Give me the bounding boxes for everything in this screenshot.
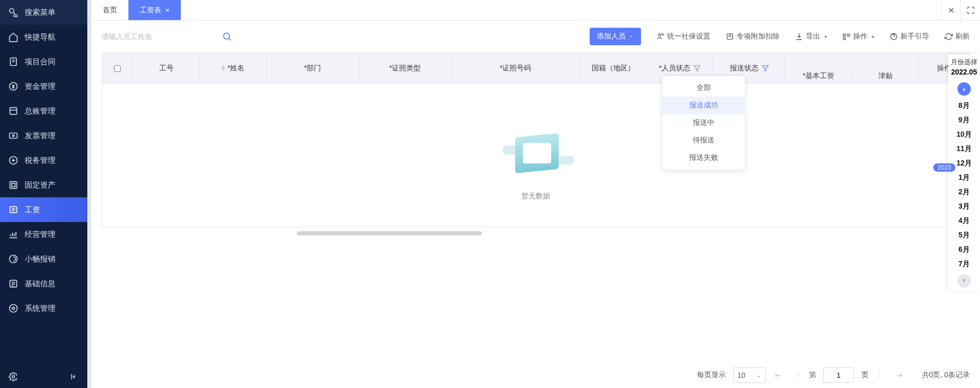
refresh-button[interactable]: 刷新 [945,32,970,41]
sidebar-item-salary[interactable]: 工资 [0,197,87,222]
month-option[interactable]: 6月 [948,243,980,257]
page-number-input[interactable] [823,367,854,383]
filter-option[interactable]: 待报送 [663,132,745,149]
sidebar-item-label: 搜索菜单 [25,8,55,17]
col-nationality[interactable]: 国籍（地区） [580,53,647,84]
sidebar-item-tax[interactable]: 税务管理 [0,148,87,173]
sidebar-item-ledger[interactable]: 总账管理 [0,99,87,123]
tab-home[interactable]: 首页 [91,0,128,20]
sidebar-item-biz[interactable]: 经营管理 [0,222,87,247]
svg-point-31 [658,34,661,36]
export-button[interactable]: 导出 ▾ [795,32,827,41]
svg-rect-8 [10,107,16,114]
sidebar-item-info[interactable]: 基础信息 [0,271,87,296]
month-option[interactable]: 8月 [948,99,980,113]
tax-icon [8,155,18,165]
collapse-icon[interactable] [69,372,79,382]
svg-rect-34 [843,34,845,36]
sidebar-item-system[interactable]: 系统管理 [0,296,87,321]
col-salary-group: *基本工资 津贴 [785,53,919,84]
col-checkbox [102,53,133,84]
filter-option[interactable]: 全部 [663,79,745,97]
svg-rect-36 [843,38,845,40]
settings-icon[interactable] [8,372,18,382]
sidebar-item-home[interactable]: 快捷导航 [0,25,87,49]
asset-icon [8,180,18,190]
svg-point-18 [10,255,17,263]
guide-button[interactable]: 新手引导 [890,32,929,41]
svg-marker-39 [762,66,768,71]
month-option[interactable]: 9月 [948,113,980,127]
scroll-up-icon[interactable] [957,82,971,96]
page-label: 第 [809,371,816,380]
month-option[interactable]: 10月 [948,127,980,142]
horizontal-scrollbar[interactable] [102,231,970,236]
svg-rect-10 [10,133,17,138]
search-input[interactable] [102,32,215,41]
sidebar-item-doc[interactable]: 项目合同 [0,49,87,74]
sidebar-item-label: 固定资产 [25,180,55,190]
sidebar-footer [0,367,87,388]
fullscreen-icon[interactable] [960,0,980,21]
select-all-checkbox[interactable] [114,65,121,72]
filter-option[interactable]: 报送失败 [663,149,745,167]
svg-point-29 [223,33,230,39]
next-page-icon[interactable]: 〉 [876,371,887,380]
month-option[interactable]: 4月 [948,214,980,228]
deduct-button[interactable]: 专项附加扣除 [726,32,780,41]
prev-page-icon[interactable]: 〈 [790,371,802,380]
month-option[interactable]: 1月 [948,171,980,185]
add-person-button[interactable]: 添加人员 [590,28,641,45]
month-option[interactable]: 5月 [948,228,980,243]
link-label: 刷新 [955,32,970,41]
month-list: 8月9月10月11月12月20231月2月3月4月5月6月7月 [948,99,980,271]
scroll-down-icon[interactable] [957,274,971,288]
tab-salary-sheet[interactable]: 工资表 × [128,0,181,20]
page-size-select[interactable]: 10 ⌄ [733,367,766,383]
close-all-icon[interactable] [941,0,960,21]
sidebar: 搜索菜单快捷导航项目合同资金管理总账管理发票管理税务管理固定资产工资经营管理小畅… [0,0,87,388]
svg-rect-35 [847,34,850,36]
month-option[interactable]: 3月 [948,199,980,214]
month-option[interactable]: 11月 [948,142,980,156]
col-name[interactable]: ▲▼ *姓名 [200,53,267,84]
operate-button[interactable]: 操作 ▾ [842,32,874,41]
month-option[interactable]: 2月 [948,185,980,199]
filter-icon[interactable] [693,65,701,72]
tabs-bar: 首页 工资表 × [91,0,980,21]
col-no[interactable]: 工号 [133,53,200,84]
sidebar-item-asset[interactable]: 固定资产 [0,173,87,197]
filter-option[interactable]: 报送中 [663,114,745,132]
sidebar-item-label: 工资 [25,205,40,215]
chevron-down-icon: ▾ [872,34,874,40]
first-page-icon[interactable]: ⇤ [773,371,783,379]
svg-rect-14 [12,183,15,187]
ledger-icon [8,106,18,116]
month-option[interactable]: 7月 [948,257,980,271]
col-idno[interactable]: *证照号码 [451,53,580,84]
empty-state-icon [497,115,574,181]
scrollbar-thumb[interactable] [297,231,482,235]
svg-marker-38 [694,66,700,71]
filter-option[interactable]: 报送成功 [663,97,745,114]
sort-icon[interactable]: ▲▼ [221,65,225,71]
svg-rect-26 [71,374,72,380]
sidebar-item-money[interactable]: 资金管理 [0,74,87,99]
col-allowance[interactable]: 津贴 [852,68,918,84]
page-label: 页 [861,371,869,380]
sidebar-item-search-list[interactable]: 搜索菜单 [0,0,87,25]
col-dept[interactable]: *部门 [267,53,359,84]
sidebar-item-label: 基础信息 [25,279,55,289]
search-icon[interactable] [220,29,234,44]
filter-icon[interactable] [762,65,769,72]
sidebar-item-expense[interactable]: 小畅报销 [0,247,87,271]
col-idtype[interactable]: *证照类型 [359,53,451,84]
col-base-salary[interactable]: *基本工资 [785,68,852,84]
svg-point-0 [10,9,14,13]
last-page-icon[interactable]: ⇥ [894,371,904,379]
chevron-down-icon: ▾ [824,34,827,40]
sidebar-scrollbar[interactable] [87,0,91,388]
sidebar-item-invoice[interactable]: 发票管理 [0,123,87,148]
close-icon[interactable]: × [165,6,169,14]
social-settings-button[interactable]: 统一社保设置 [656,32,710,41]
